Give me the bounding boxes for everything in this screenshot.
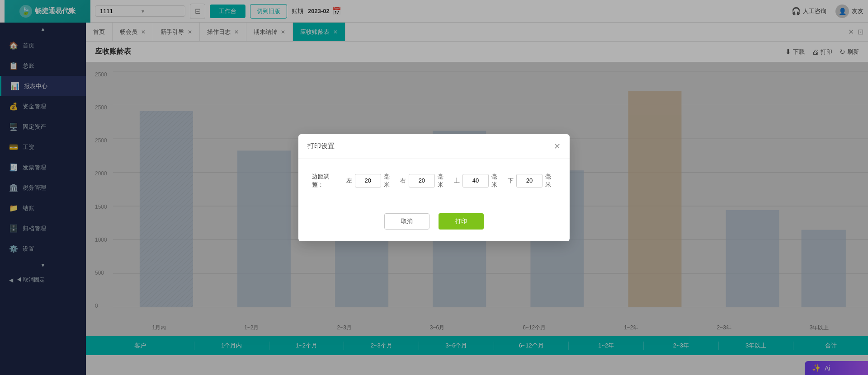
modal-header: 打印设置 ✕ <box>298 134 570 159</box>
bottom-label: 下 <box>508 177 514 185</box>
modal-footer: 取消 打印 <box>298 209 570 241</box>
bottom-margin-group: 下 毫米 <box>508 173 556 189</box>
cancel-button[interactable]: 取消 <box>384 213 429 230</box>
top-unit: 毫米 <box>491 173 502 189</box>
modal-body: 边距调整： 左 毫米 右 毫米 上 毫米 下 <box>298 159 570 209</box>
modal-overlay: 打印设置 ✕ 边距调整： 左 毫米 右 毫米 上 毫米 <box>0 0 868 375</box>
bottom-margin-input[interactable] <box>516 174 542 188</box>
right-margin-group: 右 毫米 <box>400 173 448 189</box>
bottom-unit: 毫米 <box>545 173 556 189</box>
left-unit: 毫米 <box>384 173 395 189</box>
print-settings-modal: 打印设置 ✕ 边距调整： 左 毫米 右 毫米 上 毫米 <box>298 134 570 241</box>
right-label: 右 <box>400 177 406 185</box>
modal-close-button[interactable]: ✕ <box>554 141 561 151</box>
print-confirm-button[interactable]: 打印 <box>439 213 484 230</box>
margin-settings-row: 边距调整： 左 毫米 右 毫米 上 毫米 下 <box>312 173 556 189</box>
modal-title: 打印设置 <box>307 142 335 150</box>
right-unit: 毫米 <box>438 173 448 189</box>
margin-label: 边距调整： <box>312 173 341 189</box>
left-margin-group: 左 毫米 <box>346 173 395 189</box>
top-label: 上 <box>454 177 460 185</box>
right-margin-input[interactable] <box>409 174 435 188</box>
left-margin-input[interactable] <box>355 174 381 188</box>
left-label: 左 <box>346 177 352 185</box>
top-margin-group: 上 毫米 <box>454 173 502 189</box>
top-margin-input[interactable] <box>462 174 489 188</box>
